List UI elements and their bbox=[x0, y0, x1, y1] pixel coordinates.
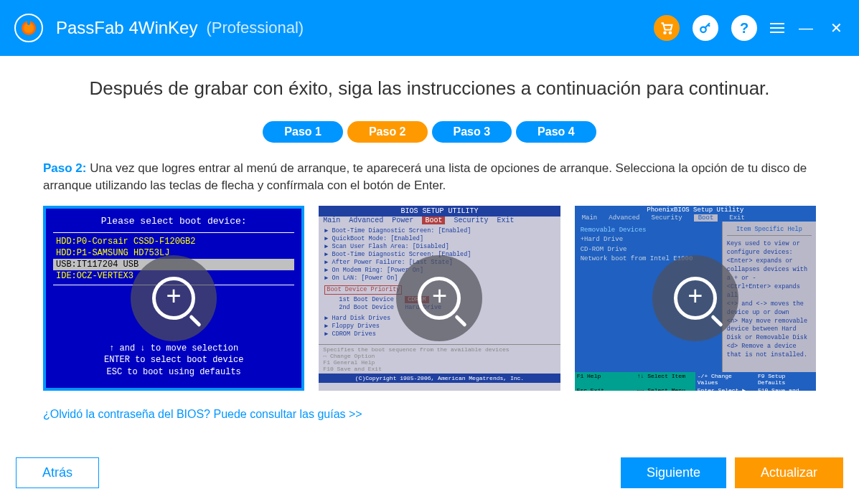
next-button[interactable]: Siguiente bbox=[621, 457, 726, 488]
zoom-icon: + bbox=[152, 277, 195, 320]
page-title: Después de grabar con éxito, siga las in… bbox=[43, 77, 816, 100]
app-logo bbox=[14, 14, 43, 42]
minimize-icon[interactable]: — bbox=[797, 20, 815, 37]
close-icon[interactable]: ✕ bbox=[827, 19, 845, 37]
app-name: PassFab 4WinKey bbox=[56, 18, 197, 38]
ami-footer: Specifies the boot sequence from the ava… bbox=[319, 344, 560, 374]
phoenix-fbar: F1 Help ↑↓ Select Item -/+ Change Values… bbox=[575, 372, 816, 386]
app-edition: (Professional) bbox=[206, 19, 304, 37]
zoom-overlay: + bbox=[396, 255, 482, 341]
tab-paso-3[interactable]: Paso 3 bbox=[432, 121, 512, 143]
phoenix-tabs: Main Advanced Security Boot Exit bbox=[575, 214, 816, 222]
menu-icon[interactable] bbox=[770, 23, 784, 33]
back-button[interactable]: Atrás bbox=[16, 457, 99, 488]
footer-bar: Atrás Siguiente Actualizar bbox=[0, 446, 859, 504]
ami-tabs: Main Advanced Power Boot Security Exit bbox=[319, 217, 560, 224]
bios-guide-link[interactable]: ¿Olvidó la contraseña del BIOS? Puede co… bbox=[43, 408, 362, 421]
phoenix-fbar2: Esc Exit ←→ Select Menu Enter Select ▶ S… bbox=[575, 386, 816, 391]
update-button[interactable]: Actualizar bbox=[735, 457, 843, 488]
svg-point-0 bbox=[664, 32, 666, 33]
zoom-icon: + bbox=[418, 277, 461, 320]
svg-point-2 bbox=[700, 27, 706, 33]
screenshot-row: Please select boot device: HDD:P0-Corsai… bbox=[43, 206, 816, 391]
screenshot-2[interactable]: BIOS SETUP UTILITY Main Advanced Power B… bbox=[319, 206, 560, 391]
instruction-body: Una vez que logres entrar al menú de arr… bbox=[43, 161, 807, 192]
phoenix-header: PhoenixBIOS Setup Utility bbox=[575, 206, 816, 214]
boot-footer: ↑ and ↓ to move selection ENTER to selec… bbox=[53, 343, 294, 379]
step-tabs: Paso 1 Paso 2 Paso 3 Paso 4 bbox=[43, 121, 816, 143]
tab-paso-1[interactable]: Paso 1 bbox=[263, 121, 343, 143]
zoom-overlay: + bbox=[131, 255, 217, 341]
zoom-overlay: + bbox=[652, 255, 738, 341]
main-content: Después de grabar con éxito, siga las in… bbox=[0, 56, 859, 421]
instruction-text: Paso 2: Una vez que logres entrar al men… bbox=[43, 160, 816, 194]
tab-paso-4[interactable]: Paso 4 bbox=[516, 121, 596, 143]
boot-item: HDD:P0-Corsair CSSD-F120GB2 bbox=[53, 236, 294, 247]
cart-icon[interactable] bbox=[654, 15, 680, 41]
ami-copyright: (C)Copyright 1985-2006, American Megatre… bbox=[319, 374, 560, 383]
titlebar: PassFab 4WinKey (Professional) ? — ✕ bbox=[0, 0, 859, 56]
screenshot-3[interactable]: PhoenixBIOS Setup Utility Main Advanced … bbox=[575, 206, 816, 391]
ami-header: BIOS SETUP UTILITY bbox=[319, 206, 560, 217]
instruction-prefix: Paso 2: bbox=[43, 161, 86, 175]
zoom-icon: + bbox=[674, 277, 717, 320]
svg-point-1 bbox=[670, 32, 672, 33]
help-icon[interactable]: ? bbox=[731, 15, 757, 41]
key-icon[interactable] bbox=[693, 15, 718, 41]
boot-menu-title: Please select boot device: bbox=[53, 216, 294, 227]
screenshot-1[interactable]: Please select boot device: HDD:P0-Corsai… bbox=[43, 206, 304, 391]
tab-paso-2[interactable]: Paso 2 bbox=[347, 121, 428, 143]
